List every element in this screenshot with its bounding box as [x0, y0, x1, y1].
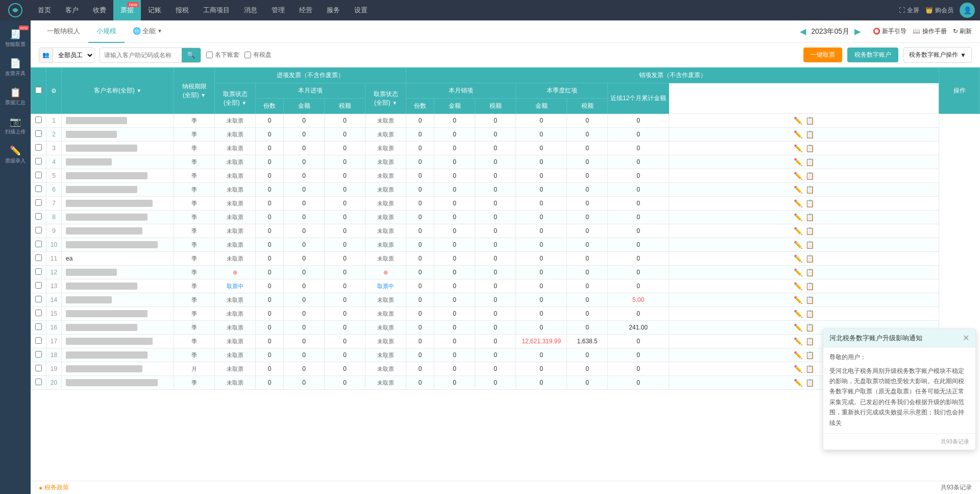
edit-icon[interactable]: ✏️ — [794, 337, 802, 345]
edit-icon[interactable]: ✏️ — [794, 199, 802, 207]
edit-icon[interactable]: ✏️ — [794, 116, 802, 125]
copy-icon[interactable]: 📋 — [805, 241, 814, 249]
sidebar-item-invoice-summary[interactable]: 📋 票据汇总 — [1, 83, 30, 110]
copy-icon[interactable]: 📋 — [805, 213, 814, 221]
select-all-checkbox[interactable] — [35, 87, 42, 93]
row-checkbox[interactable] — [35, 296, 42, 302]
copy-icon[interactable]: 📋 — [805, 282, 814, 290]
edit-icon[interactable]: ✏️ — [794, 144, 802, 152]
copy-icon[interactable]: 📋 — [805, 268, 814, 276]
edit-icon[interactable]: ✏️ — [794, 241, 802, 249]
subordinate-checkbox-label[interactable]: 名下账套 — [206, 51, 239, 59]
row-checkbox[interactable] — [35, 185, 42, 192]
row-checkbox[interactable] — [35, 351, 42, 358]
nav-settings[interactable]: 设置 — [347, 0, 375, 20]
copy-icon[interactable]: 📋 — [805, 158, 814, 166]
nav-business[interactable]: 工商项目 — [196, 0, 237, 20]
row-checkbox[interactable] — [35, 144, 42, 151]
copy-icon[interactable]: 📋 — [805, 199, 814, 207]
digital-account-btn[interactable]: 税务数字账户 — [847, 48, 898, 62]
copy-icon[interactable]: 📋 — [805, 172, 814, 180]
staff-select[interactable]: 全部员工 — [53, 48, 94, 63]
edit-icon[interactable]: ✏️ — [794, 227, 802, 235]
staff-filter[interactable]: 👥 全部员工 — [39, 48, 94, 63]
search-input[interactable] — [100, 52, 182, 59]
row-checkbox[interactable] — [35, 158, 42, 164]
edit-icon[interactable]: ✏️ — [794, 254, 802, 263]
tab-general-taxpayer[interactable]: 一般纳税人 — [39, 20, 88, 43]
nav-billing[interactable]: 收费 — [86, 0, 113, 20]
copy-icon[interactable]: 📋 — [805, 227, 814, 235]
row-checkbox[interactable] — [35, 130, 42, 137]
copy-icon[interactable]: 📋 — [805, 351, 814, 359]
row-checkbox[interactable] — [35, 199, 42, 206]
edit-icon[interactable]: ✏️ — [794, 310, 802, 318]
row-checkbox[interactable] — [35, 337, 42, 344]
sidebar-item-invoice-open[interactable]: 📄 发票开具 — [1, 54, 30, 81]
tab-all[interactable]: 🌐 全能 ▼ — [125, 20, 170, 43]
nav-messages[interactable]: 消息 — [237, 0, 264, 20]
sidebar-item-invoice-entry[interactable]: ✏️ 票据录入 — [1, 141, 30, 168]
edit-icon[interactable]: ✏️ — [794, 268, 802, 276]
sidebar-item-scan-upload[interactable]: 📷 扫描上传 — [1, 112, 30, 139]
row-checkbox[interactable] — [35, 323, 42, 330]
copy-icon[interactable]: 📋 — [805, 323, 814, 332]
row-checkbox[interactable] — [35, 365, 42, 371]
edit-icon[interactable]: ✏️ — [794, 130, 802, 138]
nav-home[interactable]: 首页 — [31, 0, 58, 20]
copy-icon[interactable]: 📋 — [805, 296, 814, 304]
sidebar-item-smart-fetch[interactable]: 🧾 智能取票 new — [1, 25, 30, 52]
tax-policy-link[interactable]: ● 税务政策 — [39, 483, 69, 492]
copy-icon[interactable]: 📋 — [805, 130, 814, 138]
copy-icon[interactable]: 📋 — [805, 310, 814, 318]
edit-icon[interactable]: ✏️ — [794, 365, 802, 373]
edit-icon[interactable]: ✏️ — [794, 158, 802, 166]
fullscreen-btn[interactable]: ⛶ 全屏 — [899, 6, 919, 15]
copy-icon[interactable]: 📋 — [805, 254, 814, 263]
copy-icon[interactable]: 📋 — [805, 365, 814, 373]
nav-management[interactable]: 管理 — [264, 0, 292, 20]
nav-tax[interactable]: 报税 — [168, 0, 196, 20]
row-checkbox[interactable] — [35, 268, 42, 275]
tab-small-scale[interactable]: 小规模 — [88, 20, 125, 43]
digital-ops-btn[interactable]: 税务数字账户操作 ▼ — [903, 47, 972, 63]
row-checkbox[interactable] — [35, 213, 42, 220]
row-checkbox[interactable] — [35, 254, 42, 261]
edit-icon[interactable]: ✏️ — [794, 282, 802, 290]
refresh-link[interactable]: ↻ 刷新 — [953, 27, 972, 36]
row-checkbox[interactable] — [35, 310, 42, 316]
one-key-fetch-btn[interactable]: 一键取票 — [803, 48, 842, 62]
subordinate-checkbox[interactable] — [206, 52, 213, 58]
copy-icon[interactable]: 📋 — [805, 185, 814, 194]
edit-icon[interactable]: ✏️ — [794, 379, 802, 387]
user-avatar[interactable]: 👤 — [960, 3, 975, 18]
next-month-btn[interactable]: ▶ — [854, 27, 861, 36]
vip-btn[interactable]: 👑 购会员 — [925, 6, 953, 15]
nav-service[interactable]: 服务 — [320, 0, 347, 20]
nav-accounting[interactable]: 记账 — [141, 0, 168, 20]
new-guide-link[interactable]: ⭕ 新手引导 — [873, 27, 906, 36]
edit-icon[interactable]: ✏️ — [794, 296, 802, 304]
edit-icon[interactable]: ✏️ — [794, 351, 802, 359]
copy-icon[interactable]: 📋 — [805, 116, 814, 125]
edit-icon[interactable]: ✏️ — [794, 213, 802, 221]
manual-link[interactable]: 📖 操作手册 — [913, 27, 946, 36]
edit-icon[interactable]: ✏️ — [794, 185, 802, 194]
row-checkbox[interactable] — [35, 116, 42, 123]
nav-clients[interactable]: 客户 — [58, 0, 86, 20]
copy-icon[interactable]: 📋 — [805, 337, 814, 345]
row-checkbox[interactable] — [35, 379, 42, 385]
nav-operation[interactable]: 经营 — [292, 0, 320, 20]
edit-icon[interactable]: ✏️ — [794, 172, 802, 180]
row-checkbox[interactable] — [35, 227, 42, 233]
search-button[interactable]: 🔍 — [182, 48, 201, 63]
prev-month-btn[interactable]: ◀ — [800, 27, 806, 36]
row-checkbox[interactable] — [35, 172, 42, 178]
row-checkbox[interactable] — [35, 282, 42, 289]
tax-disk-checkbox[interactable] — [244, 52, 251, 58]
edit-icon[interactable]: ✏️ — [794, 323, 802, 332]
copy-icon[interactable]: 📋 — [805, 144, 814, 152]
row-checkbox[interactable] — [35, 241, 42, 247]
tax-disk-checkbox-label[interactable]: 有税盘 — [244, 51, 272, 59]
notif-close-btn[interactable]: ✕ — [963, 333, 969, 343]
